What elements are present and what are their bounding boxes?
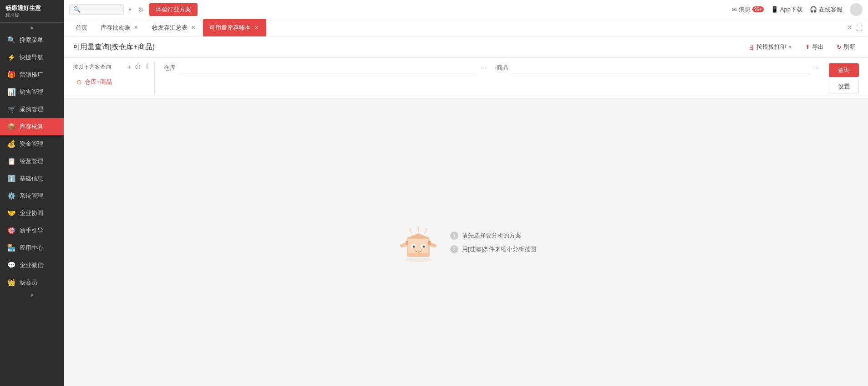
tab-home[interactable]: 首页 xyxy=(69,19,94,36)
goods-label: 商品 xyxy=(497,64,508,72)
sidebar-item-finance[interactable]: 💰 资金管理 xyxy=(0,135,64,153)
tab-close-icon[interactable]: ✕ xyxy=(254,24,259,31)
sidebar-item-marketing[interactable]: 🎁 营销推广 xyxy=(0,66,64,83)
headset-icon: 🎧 xyxy=(810,6,817,13)
scheme-item-icon: ⊙ xyxy=(76,78,82,86)
settings-scheme-icon[interactable]: ⊙ xyxy=(135,62,141,72)
sidebar-item-app-center[interactable]: 🏪 应用中心 xyxy=(0,239,64,257)
topbar-right: ✉ 消息 99+ 📱 App下载 🎧 在线客服 xyxy=(732,3,863,16)
trial-button[interactable]: 体验行业方案 xyxy=(149,3,198,16)
online-service-button[interactable]: 🎧 在线客服 xyxy=(810,5,843,14)
empty-tip-1: 1 请先选择要分析的方案 xyxy=(450,232,536,240)
topbar-search-box[interactable]: 🔍 xyxy=(69,4,124,15)
tabs-right-actions: ✕ ⛶ xyxy=(847,23,863,32)
app-download-button[interactable]: 📱 App下载 xyxy=(771,5,802,14)
message-badge: 99+ xyxy=(752,6,764,12)
sidebar-item-purchase[interactable]: 🛒 采购管理 xyxy=(0,101,64,118)
sidebar-item-guide[interactable]: 🎯 新手引导 xyxy=(0,222,64,239)
tab-available-qty[interactable]: 可用量库存账本 ✕ xyxy=(203,19,266,36)
tab-stock-summary[interactable]: 收发存汇总表 ✕ xyxy=(146,19,203,36)
main-area: 🔍 ▼ ⚙ 体验行业方案 ✉ 消息 99+ 📱 App下载 🎧 在线客服 xyxy=(64,0,868,386)
svg-point-6 xyxy=(422,245,425,247)
sidebar-item-quick-nav[interactable]: ⚡ 快捷导航 xyxy=(0,49,64,66)
filter-area: 按以下方案查询 ＋ ⊙ 《 ⊙ 仓库+商品 仓库 xyxy=(64,58,868,98)
scheme-item-label: 仓库+商品 xyxy=(85,78,112,86)
sidebar-item-weixin[interactable]: 💬 企业微信 xyxy=(0,257,64,274)
sidebar-item-system[interactable]: ⚙️ 系统管理 xyxy=(0,187,64,205)
sidebar-item-label: 新手引导 xyxy=(20,226,43,235)
gear-icon[interactable]: ⚙ xyxy=(136,6,146,13)
sidebar-item-enterprise[interactable]: 🤝 企业协同 xyxy=(0,205,64,222)
export-icon: ⬆ xyxy=(805,44,810,51)
query-buttons: 查询 设置 xyxy=(829,62,859,93)
tab-close-icon[interactable]: ✕ xyxy=(190,24,196,31)
sidebar-item-basic-info[interactable]: ℹ️ 基础信息 xyxy=(0,170,64,187)
close-all-tabs-icon[interactable]: ✕ xyxy=(847,23,853,32)
tip-num-1: 1 xyxy=(450,232,458,240)
tab-bar: 首页 库存批次账 ✕ 收发存汇总表 ✕ 可用量库存账本 ✕ ✕ ⛶ xyxy=(64,19,868,36)
message-button[interactable]: ✉ 消息 99+ xyxy=(732,5,764,14)
avatar[interactable] xyxy=(850,3,863,16)
sidebar-item-label: 畅会员 xyxy=(20,278,37,287)
tip-num-2: 2 xyxy=(450,245,458,253)
sidebar-item-inventory[interactable]: 📦 库存核算 xyxy=(0,118,64,135)
goods-input[interactable] xyxy=(512,62,810,73)
app-logo: 畅康通好生意 标准版 xyxy=(0,0,64,23)
filter-field-goods: 商品 ··· xyxy=(497,62,820,73)
page-title: 可用量查询(按仓库+商品) xyxy=(73,42,155,52)
online-service-label: 在线客服 xyxy=(819,5,843,14)
search-icon: 🔍 xyxy=(7,36,16,44)
scheme-header-actions: ＋ ⊙ 《 xyxy=(126,62,149,72)
sidebar-item-label: 搜索菜单 xyxy=(20,36,43,44)
collapse-icon[interactable]: 《 xyxy=(142,62,149,72)
expand-icon[interactable]: ⛶ xyxy=(856,24,863,31)
sidebar-item-member[interactable]: 👑 畅会员 xyxy=(0,274,64,291)
tab-label: 收发存汇总表 xyxy=(152,24,188,32)
sidebar-scroll-up[interactable]: ▲ xyxy=(0,23,64,31)
scheme-panel: 按以下方案查询 ＋ ⊙ 《 ⊙ 仓库+商品 xyxy=(73,62,155,93)
tip-text-1: 请先选择要分析的方案 xyxy=(462,232,521,240)
app-download-label: App下载 xyxy=(780,5,802,14)
scheme-item-warehouse-goods[interactable]: ⊙ 仓库+商品 xyxy=(73,76,149,88)
guide-icon: 🎯 xyxy=(7,226,16,235)
page-actions: 🖨 按模板打印 ▼ ⬆ 导出 ↻ 刷新 xyxy=(745,41,859,53)
svg-line-13 xyxy=(425,230,426,233)
empty-tips: 1 请先选择要分析的方案 2 用[过滤]条件来缩小分析范围 xyxy=(450,232,536,253)
goods-more-icon[interactable]: ··· xyxy=(813,64,820,72)
empty-illustration xyxy=(396,220,441,265)
sidebar-item-operations[interactable]: 📋 经营管理 xyxy=(0,153,64,170)
sidebar-item-label: 系统管理 xyxy=(20,192,43,200)
export-button[interactable]: ⬆ 导出 xyxy=(802,41,827,53)
page-header: 可用量查询(按仓库+商品) 🖨 按模板打印 ▼ ⬆ 导出 ↻ 刷新 xyxy=(64,36,868,58)
app-edition: 标准版 xyxy=(5,12,58,19)
svg-rect-10 xyxy=(428,241,431,245)
warehouse-input[interactable] xyxy=(179,62,477,73)
tab-close-icon[interactable]: ✕ xyxy=(133,24,139,31)
search-input[interactable] xyxy=(82,6,119,13)
query-button[interactable]: 查询 xyxy=(829,63,859,77)
sidebar-item-sales[interactable]: 📊 销售管理 xyxy=(0,83,64,101)
sidebar-item-search[interactable]: 🔍 搜索菜单 xyxy=(0,31,64,49)
warehouse-more-icon[interactable]: ··· xyxy=(481,64,487,72)
quick-nav-icon: ⚡ xyxy=(7,53,16,62)
empty-state: 1 请先选择要分析的方案 2 用[过滤]条件来缩小分析范围 xyxy=(64,98,868,386)
dropdown-arrow-icon: ▼ xyxy=(788,45,792,50)
tab-inventory-batch[interactable]: 库存批次账 ✕ xyxy=(94,19,146,36)
enterprise-icon: 🤝 xyxy=(7,209,16,217)
filter-row-1: 仓库 ··· 商品 ··· xyxy=(164,62,820,73)
search-icon: 🔍 xyxy=(73,6,81,13)
member-icon: 👑 xyxy=(7,278,16,287)
add-scheme-icon[interactable]: ＋ xyxy=(126,62,133,72)
sidebar-item-label: 企业微信 xyxy=(20,261,43,269)
refresh-button[interactable]: ↻ 刷新 xyxy=(833,41,859,53)
filter-fields: 仓库 ··· 商品 ··· xyxy=(155,62,820,93)
sidebar-item-label: 企业协同 xyxy=(20,209,43,217)
svg-point-5 xyxy=(412,245,415,247)
sidebar-scroll-down[interactable]: ▼ xyxy=(0,291,64,300)
message-label: 消息 xyxy=(739,5,751,14)
print-button[interactable]: 🖨 按模板打印 ▼ xyxy=(745,41,796,53)
sidebar-item-label: 销售管理 xyxy=(20,88,43,96)
dropdown-chevron-icon[interactable]: ▼ xyxy=(127,7,132,12)
settings-button[interactable]: 设置 xyxy=(829,80,859,93)
tab-label: 库存批次账 xyxy=(101,24,130,32)
